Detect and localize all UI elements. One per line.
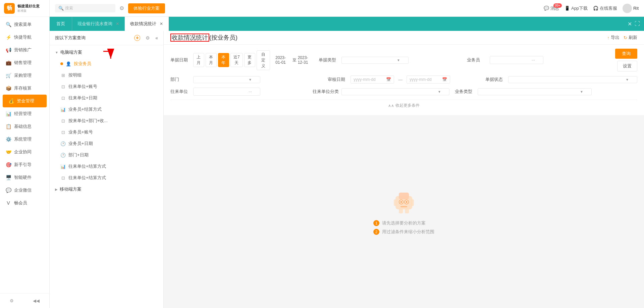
query-button[interactable]: 查询 [615, 49, 637, 59]
scheme-item-counterpart-account[interactable]: ⊡ 往来单位+账号 [50, 81, 163, 92]
refresh-button[interactable]: ↻ 刷新 [624, 35, 637, 41]
online-service-button[interactable]: 🎧 在线客服 [593, 5, 617, 11]
scheme-item-counterpart-dept[interactable]: ⊡ 按来单位+部门+收... [50, 115, 163, 126]
bank-flow-tab-close[interactable]: ✕ [116, 21, 119, 26]
basic-icon: 📋 [5, 123, 11, 130]
tab-receipt-stats[interactable]: 收款情况统计 ✕ [125, 17, 169, 31]
tab-bank-flow[interactable]: 现金银行流水查询 ✕ [72, 17, 125, 31]
page-container: 按以下方案查询 + ⚙ « ▼ 电脑端方案 👤 按业务员 [50, 31, 644, 308]
title-actions: ↑ 导出 ↻ 刷新 [607, 35, 638, 41]
counterpart-more-btn[interactable]: ··· [249, 89, 252, 94]
svg-rect-1 [399, 193, 409, 199]
date-btn-7days[interactable]: 近7天 [230, 53, 243, 67]
collapse-icon: ∧∧ [388, 103, 394, 108]
sidebar-collapse-btn[interactable]: ◀◀ [30, 296, 42, 305]
sidebar-item-marketing[interactable]: 📢 营销推广 [0, 44, 49, 56]
dept-select[interactable]: ▼ [193, 76, 260, 83]
dept-label: 部门 [170, 76, 191, 83]
calendar-icon-from: 📅 [386, 77, 391, 82]
add-scheme-icon[interactable]: + [134, 35, 140, 41]
sidebar-item-member[interactable]: V 畅会员 [0, 197, 49, 209]
tab-home[interactable]: 首页 [50, 17, 72, 31]
tab-close-all-icon[interactable]: ✕ [628, 21, 632, 27]
salesperson-input[interactable]: ··· [490, 56, 543, 64]
counterpart-category-select[interactable]: ▼ [341, 88, 449, 95]
scheme-table-icon5: ⊡ [60, 175, 66, 181]
date-btn-last-month[interactable]: 上月 [193, 53, 204, 67]
scheme-item-salesperson-date[interactable]: 🕐 业务员+日期 [50, 138, 163, 149]
date-btn-this-month[interactable]: 本月 [206, 53, 217, 67]
logo-text-block: 畅捷通好生意 标准版 [17, 4, 40, 13]
salesperson-more[interactable]: ··· [532, 58, 535, 62]
sidebar-item-sales[interactable]: 💼 销售管理 [0, 56, 49, 69]
export-button[interactable]: ↑ 导出 [607, 35, 620, 41]
page-title: 收款情况统计(按业务员) [170, 34, 237, 42]
voucher-status-select[interactable]: ▼ [508, 76, 637, 83]
app-download-button[interactable]: 📱 App下载 [565, 5, 588, 11]
wechat-icon: 💬 [5, 187, 11, 193]
app-name: 畅捷通好生意 [17, 4, 40, 9]
date-label: 单据日期 [170, 57, 191, 63]
date-btn-custom[interactable]: 自定义 [257, 50, 270, 70]
system-icon: ⚙️ [5, 136, 11, 142]
search-menu-icon: 🔍 [5, 21, 11, 28]
scheme-collapse-icon[interactable]: « [155, 35, 158, 41]
scheme-item-counterpart-settlement2[interactable]: ⊡ 往来单位+结算方式 [50, 172, 163, 184]
sidebar-item-guide[interactable]: 🎯 新手引导 [0, 158, 49, 171]
scheme-item-by-detail[interactable]: ⊞ 按明细 [50, 69, 163, 81]
date-btn-more[interactable]: 更多 [244, 53, 255, 67]
sidebar-item-system[interactable]: ⚙️ 系统管理 [0, 133, 49, 146]
review-date-from[interactable]: yyyy-mm-dd 📅 [351, 75, 394, 84]
right-content: 收款情况统计(按业务员) ↑ 导出 ↻ 刷新 [164, 31, 644, 308]
sidebar-item-capital[interactable]: 💰 资金管理 [3, 95, 47, 107]
scheme-item-counterpart-date[interactable]: ⊡ 往来单位+日期 [50, 92, 163, 104]
date-btn-this-year[interactable]: 本年 [218, 53, 229, 67]
counterpart-input[interactable]: ··· [193, 88, 260, 96]
scheme-settings-icon[interactable]: ⚙ [146, 35, 150, 41]
scheme-chart-icon2: 📊 [60, 164, 66, 169]
desktop-scheme-header[interactable]: ▼ 电脑端方案 [50, 47, 163, 58]
settings-button[interactable]: 设置 [617, 61, 637, 71]
header-search-box[interactable]: 🔍 搜索 [55, 4, 115, 12]
online-service-label: 在线客服 [600, 5, 617, 11]
dept-arrow: ▼ [249, 78, 252, 82]
voucher-type-label: 单据类型 [319, 57, 339, 63]
scheme-detail-icon: ⊞ [60, 72, 66, 78]
sidebar-settings-btn[interactable]: ⚙ [7, 296, 16, 305]
sidebar-item-inventory[interactable]: 📦 库存核算 [0, 82, 49, 95]
scheme-item-label: 按业务员 [74, 61, 91, 67]
scheme-item-salesperson-account[interactable]: ⊡ 业务员+账号 [50, 126, 163, 138]
scheme-item-label: 往来单位+结算方式 [68, 163, 106, 169]
scheme-table-icon2: ⊡ [60, 95, 66, 101]
message-button[interactable]: 💬 消息 99+ [544, 5, 559, 11]
scheme-item-by-salesperson[interactable]: 👤 按业务员 [50, 58, 163, 69]
member-icon: V [5, 200, 11, 206]
sidebar-item-quick-nav[interactable]: ⚡ 快捷导航 [0, 31, 49, 44]
header-gear-icon[interactable]: ⚙ [119, 5, 124, 11]
sidebar-item-search-menu[interactable]: 🔍 搜索菜单 [0, 18, 49, 31]
sidebar-item-basic[interactable]: 📋 基础信息 [0, 120, 49, 133]
refresh-icon: ↻ [624, 35, 627, 40]
receipt-stats-tab-close[interactable]: ✕ [160, 21, 163, 26]
review-date-to[interactable]: yyyy-mm-dd 📅 [407, 75, 450, 84]
business-type-select[interactable]: ▼ [478, 88, 592, 95]
sidebar-item-wechat[interactable]: 💬 企业微信 [0, 184, 49, 197]
sidebar-item-enterprise[interactable]: 🤝 企业协同 [0, 146, 49, 158]
inventory-icon: 📦 [5, 85, 11, 91]
scheme-item-dept-date[interactable]: 🕐 部门+日期 [50, 149, 163, 161]
sidebar-item-operation[interactable]: 📊 经营管理 [0, 107, 49, 120]
tab-fullscreen-icon[interactable]: ⛶ [635, 21, 640, 27]
page-title-bracket: (按业务员) [209, 34, 237, 41]
voucher-status-label: 单据状态 [485, 76, 505, 83]
trial-button[interactable]: 体验行业方案 [128, 3, 165, 13]
scheme-item-salesperson-settlement[interactable]: 📊 业务员+结算方式 [50, 104, 163, 115]
user-name: Rit [633, 6, 639, 11]
voucher-type-select[interactable]: ▼ [341, 57, 409, 64]
collapse-bar[interactable]: ∧∧ 收起更多条件 [170, 100, 637, 111]
scheme-item-counterpart-settlement1[interactable]: 📊 往来单位+结算方式 [50, 161, 163, 172]
sidebar-item-purchase[interactable]: 🛒 采购管理 [0, 69, 49, 82]
sidebar-item-hardware[interactable]: 🖥️ 智能硬件 [0, 171, 49, 184]
user-avatar-area[interactable]: Rit [623, 4, 639, 13]
mobile-scheme-header[interactable]: ▶ 移动端方案 [50, 184, 163, 195]
search-area: 单据日期 上月 本月 本年 近7天 更多 自定义 2023-01-01 至 [164, 45, 644, 115]
